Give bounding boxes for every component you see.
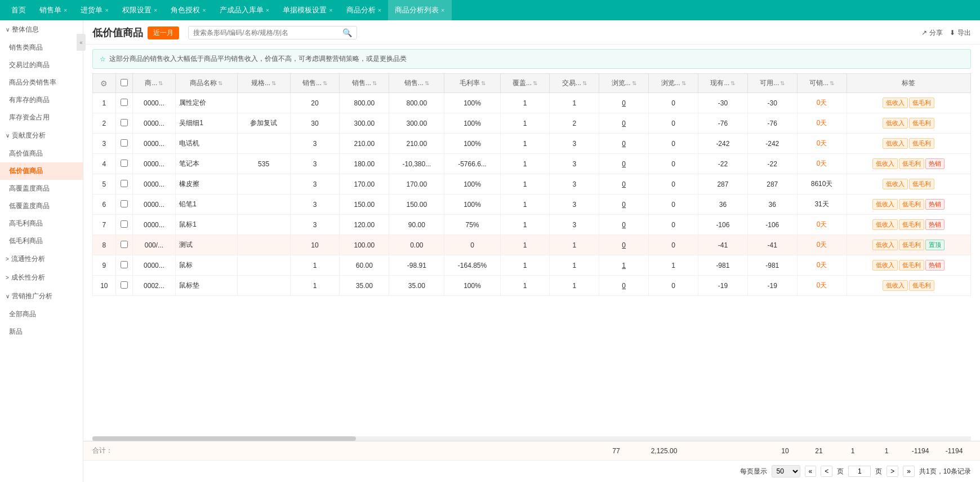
view1-link[interactable]: 0 xyxy=(622,140,626,148)
filter-recent-month-button[interactable]: 近一月 xyxy=(148,26,179,39)
col-sales-qty[interactable]: 销售...⇅ xyxy=(290,74,340,93)
close-tab-6-icon[interactable]: × xyxy=(378,7,381,14)
cell-view1[interactable]: 0 xyxy=(599,113,649,134)
cell-checkbox[interactable] xyxy=(115,255,132,276)
close-tab-4-icon[interactable]: × xyxy=(266,7,269,14)
col-available[interactable]: 可用...⇅ xyxy=(747,74,797,93)
view1-link[interactable]: 0 xyxy=(622,201,626,209)
col-checkbox[interactable] xyxy=(115,74,132,93)
cell-checkbox[interactable] xyxy=(115,174,132,194)
cell-view1[interactable]: 0 xyxy=(599,215,649,235)
export-button[interactable]: ⬇ 导出 xyxy=(950,28,971,38)
close-tab-1-icon[interactable]: × xyxy=(105,7,108,14)
cell-checkbox[interactable] xyxy=(115,154,132,174)
sidebar-section-growth[interactable]: > 成长性分析 xyxy=(0,268,83,287)
sidebar-item-category-sales-rate[interactable]: 商品分类销售率 xyxy=(0,74,83,91)
col-saleable[interactable]: 可销...⇅ xyxy=(797,74,847,93)
row-checkbox-8[interactable] xyxy=(121,261,128,268)
cell-checkbox[interactable] xyxy=(115,276,132,296)
cell-view1[interactable]: 0 xyxy=(599,194,649,215)
close-tab-0-icon[interactable]: × xyxy=(64,7,67,14)
cell-view1[interactable]: 0 xyxy=(599,174,649,194)
col-margin[interactable]: 毛利率⇅ xyxy=(444,74,500,93)
nav-tab-2[interactable]: 权限设置 × xyxy=(115,0,164,20)
row-checkbox-0[interactable] xyxy=(121,99,128,106)
nav-tab-3[interactable]: 角色授权 × xyxy=(164,0,212,20)
nav-tab-6[interactable]: 商品分析 × xyxy=(340,0,388,20)
view1-link[interactable]: 0 xyxy=(622,241,626,249)
cell-view1[interactable]: 0 xyxy=(599,235,649,255)
sidebar-section-marketing[interactable]: ∨ 营销推广分析 xyxy=(0,287,83,306)
sidebar-section-contribution[interactable]: ∨ 贡献度分析 xyxy=(0,126,83,145)
gear-settings-icon[interactable]: ⚙ xyxy=(100,79,108,88)
sidebar-item-stocked-goods[interactable]: 有库存的商品 xyxy=(0,91,83,109)
sidebar-item-sales-goods[interactable]: 销售类商品 xyxy=(0,39,83,56)
row-checkbox-4[interactable] xyxy=(121,180,128,187)
scrollbar-thumb[interactable] xyxy=(92,436,356,441)
view1-link[interactable]: 0 xyxy=(622,221,626,229)
cell-checkbox[interactable] xyxy=(115,113,132,134)
view1-link[interactable]: 0 xyxy=(622,282,626,290)
col-name[interactable]: 商品名称⇅ xyxy=(176,74,237,93)
nav-tab-7[interactable]: 商品分析列表 × xyxy=(388,0,451,20)
nav-tab-1[interactable]: 进货单 × xyxy=(74,0,115,20)
row-checkbox-6[interactable] xyxy=(121,220,128,228)
sidebar-collapse-button[interactable]: « xyxy=(77,34,86,51)
search-icon[interactable]: 🔍 xyxy=(342,28,352,37)
view1-link[interactable]: 0 xyxy=(622,180,626,188)
share-button[interactable]: ↗ 分享 xyxy=(921,28,943,38)
close-tab-5-icon[interactable]: × xyxy=(329,7,332,14)
select-all-checkbox[interactable] xyxy=(121,79,128,86)
col-current[interactable]: 现有...⇅ xyxy=(698,74,747,93)
nav-tab-5[interactable]: 单据模板设置 × xyxy=(276,0,339,20)
sidebar-item-traded-goods[interactable]: 交易过的商品 xyxy=(0,56,83,74)
row-checkbox-3[interactable] xyxy=(121,160,128,167)
cell-checkbox[interactable] xyxy=(115,134,132,154)
cell-checkbox[interactable] xyxy=(115,235,132,255)
col-coverage[interactable]: 覆盖...⇅ xyxy=(500,74,550,93)
row-checkbox-5[interactable] xyxy=(121,200,128,207)
view1-link[interactable]: 0 xyxy=(622,120,626,127)
cell-view1[interactable]: 1 xyxy=(599,255,649,276)
close-tab-2-icon[interactable]: × xyxy=(154,7,157,14)
view1-link[interactable]: 0 xyxy=(622,160,626,168)
row-checkbox-7[interactable] xyxy=(121,241,128,248)
cell-view1[interactable]: 0 xyxy=(599,154,649,174)
col-gear[interactable]: ⚙ xyxy=(93,74,116,93)
last-page-button[interactable]: » xyxy=(903,466,915,477)
sidebar-item-low-margin[interactable]: 低毛利商品 xyxy=(0,232,83,250)
first-page-button[interactable]: « xyxy=(805,466,817,477)
col-spec[interactable]: 规格...⇅ xyxy=(237,74,290,93)
sidebar-section-overall[interactable]: ∨ 整体信息 xyxy=(0,20,83,39)
cell-checkbox[interactable] xyxy=(115,194,132,215)
sidebar-item-high-coverage[interactable]: 高覆盖度商品 xyxy=(0,180,83,197)
col-code[interactable]: 商...⇅ xyxy=(132,74,176,93)
sidebar-item-high-margin[interactable]: 高毛利商品 xyxy=(0,215,83,232)
col-view2[interactable]: 浏览...⇅ xyxy=(649,74,698,93)
row-checkbox-9[interactable] xyxy=(121,281,128,289)
row-checkbox-2[interactable] xyxy=(121,139,128,147)
search-input[interactable] xyxy=(193,29,342,37)
cell-checkbox[interactable] xyxy=(115,93,132,113)
sidebar-item-inventory-capital[interactable]: 库存资金占用 xyxy=(0,109,83,126)
cell-view1[interactable]: 0 xyxy=(599,134,649,154)
col-sales-amount[interactable]: 销售...⇅ xyxy=(389,74,444,93)
horizontal-scrollbar[interactable] xyxy=(92,436,971,441)
close-tab-7-icon[interactable]: × xyxy=(441,7,444,14)
row-checkbox-1[interactable] xyxy=(121,119,128,126)
next-page-button[interactable]: > xyxy=(887,466,898,477)
view1-link[interactable]: 0 xyxy=(622,99,626,107)
sidebar-item-low-coverage[interactable]: 低覆盖度商品 xyxy=(0,197,83,215)
sidebar-section-liquidity[interactable]: > 流通性分析 xyxy=(0,250,83,268)
close-tab-3-icon[interactable]: × xyxy=(202,7,206,14)
view1-link[interactable]: 1 xyxy=(622,262,626,269)
sidebar-item-low-value[interactable]: 低价值商品 xyxy=(0,162,83,180)
cell-view1[interactable]: 0 xyxy=(599,93,649,113)
sidebar-item-new-goods[interactable]: 新品 xyxy=(0,323,83,341)
col-view1[interactable]: 浏览...⇅ xyxy=(599,74,649,93)
page-number-input[interactable] xyxy=(848,466,871,477)
nav-home[interactable]: 首页 xyxy=(5,0,33,20)
page-size-select[interactable]: 50 100 200 xyxy=(772,465,800,477)
sidebar-item-all-goods[interactable]: 全部商品 xyxy=(0,306,83,323)
nav-tab-0[interactable]: 销售单 × xyxy=(33,0,74,20)
